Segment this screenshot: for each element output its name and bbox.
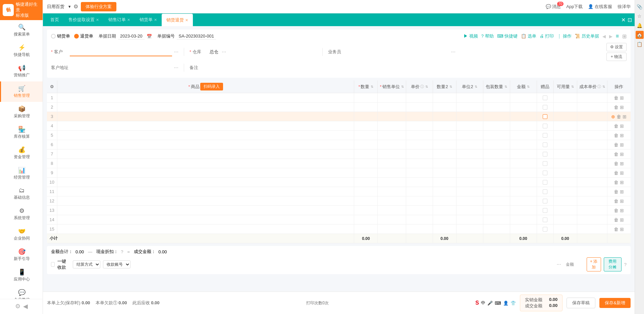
row-cost-5[interactable] [577,131,607,140]
row-amount-10[interactable] [510,178,537,187]
tab-price-settings[interactable]: 售价提取设置✕ [64,13,104,26]
row-gift-3[interactable] [537,112,553,121]
row-amount-1[interactable] [510,93,537,103]
row-product-14[interactable] [57,215,354,225]
row-pkgqty-15[interactable] [483,225,510,234]
row-unit2-13[interactable] [456,206,483,215]
copy-row-btn-8[interactable]: ⊞ [620,161,624,166]
row-price-2[interactable] [406,103,433,112]
copy-row-btn-3[interactable]: ⊞ [623,114,627,119]
row-pkgqty-5[interactable] [483,131,510,140]
row-unit-15[interactable] [378,225,406,234]
row-unit-13[interactable] [378,206,406,215]
row-qty-6[interactable] [354,140,378,149]
gift-checkbox-7[interactable] [543,152,547,156]
sidebar-item-operations[interactable]: 📊经营管理 [0,163,43,184]
delete-row-btn-4[interactable]: 🗑 [614,123,619,129]
row-price-8[interactable] [406,159,433,168]
sidebar-item-sales[interactable]: 🛒销售管理 [0,81,43,102]
row-unit-1[interactable] [378,93,406,103]
row-amount-12[interactable] [510,196,537,206]
sidebar-item-quicknav[interactable]: ⚡快捷导航 [0,41,43,61]
sidebar-item-finance[interactable]: 💰资金管理 [0,143,43,163]
collapse-icon[interactable]: ◀ [23,303,28,310]
save-draft-button[interactable]: 保存草稿 [567,298,595,308]
radio-sales[interactable]: 销货单 [51,33,70,39]
gift-checkbox-11[interactable] [543,189,547,194]
row-product-3[interactable] [57,112,354,121]
delete-row-btn-8[interactable]: 🗑 [614,161,619,166]
copy-row-btn-2[interactable]: ⊞ [620,105,624,110]
row-unit2-3[interactable] [456,112,483,121]
row-avail-12[interactable] [553,196,577,206]
gift-checkbox-10[interactable] [543,180,547,185]
gift-checkbox-14[interactable] [543,217,547,222]
copy-row-btn-1[interactable]: ⊞ [620,95,624,101]
split-cost-button[interactable]: 费用分摊 [604,257,622,271]
copy-row-btn-4[interactable]: ⊞ [620,123,624,129]
settings-button[interactable]: ⚙ 设置 [606,43,627,51]
row-unit2-12[interactable] [456,196,483,206]
gift-checkbox-8[interactable] [543,161,547,166]
row-unit2-11[interactable] [456,187,483,196]
tab-close-price-settings[interactable]: ✕ [96,18,99,22]
delete-row-btn-7[interactable]: 🗑 [614,151,619,157]
row-qty2-3[interactable] [433,112,456,121]
radio-return[interactable]: 退货单 [74,33,93,39]
row-qty-15[interactable] [354,225,378,234]
row-avail-2[interactable] [553,103,577,112]
view-grid-icon[interactable]: ⊞ [622,33,627,40]
gift-checkbox-9[interactable] [543,171,547,175]
settings-icon[interactable]: ⚙ [15,303,20,310]
row-product-8[interactable] [57,159,354,168]
row-cost-9[interactable] [577,168,607,178]
row-price-4[interactable] [406,121,433,131]
row-avail-13[interactable] [553,206,577,215]
row-pkgqty-6[interactable] [483,140,510,149]
row-product-2[interactable] [57,103,354,112]
split-help-icon[interactable]: ? [624,262,627,267]
row-gift-1[interactable] [537,93,553,103]
logistics-button[interactable]: + 物流 [606,53,627,61]
row-avail-15[interactable] [553,225,577,234]
topbar-settings-icon[interactable]: ⚙ [73,3,78,10]
row-gift-2[interactable] [537,103,553,112]
delete-row-btn-3[interactable]: 🗑 [616,114,621,119]
row-unit-9[interactable] [378,168,406,178]
row-price-3[interactable] [406,112,433,121]
row-price-12[interactable] [406,196,433,206]
row-unit2-6[interactable] [456,140,483,149]
product-input-3[interactable] [59,114,352,119]
row-pkgqty-8[interactable] [483,159,510,168]
gift-checkbox-5[interactable] [543,133,547,138]
scan-button[interactable]: 扫码录入 [200,83,223,90]
salesperson-picker[interactable]: ··· [451,49,455,55]
row-price-5[interactable] [406,131,433,140]
row-unit2-10[interactable] [456,178,483,187]
address-picker[interactable]: ··· [174,65,178,71]
row-qty2-10[interactable] [433,178,456,187]
row-cost-14[interactable] [577,215,607,225]
row-amount-11[interactable] [510,187,537,196]
row-unit2-8[interactable] [456,159,483,168]
delete-row-btn-1[interactable]: 🗑 [614,95,619,101]
tool-video[interactable]: ▶ 视频 [464,33,478,39]
row-gift-13[interactable] [537,206,553,215]
row-pkgqty-10[interactable] [483,178,510,187]
row-avail-4[interactable] [553,121,577,131]
row-amount-7[interactable] [510,149,537,159]
row-qty2-9[interactable] [433,168,456,178]
add-payment-button[interactable]: + 添加 [587,257,601,271]
tab-sales-delivery[interactable]: 销货单✕ [135,13,162,26]
right-panel-home-icon[interactable]: 🏠 [636,31,644,39]
row-unit-8[interactable] [378,159,406,168]
right-panel-bell-icon[interactable]: 🔔 [636,21,644,29]
row-qty2-13[interactable] [433,206,456,215]
row-price-9[interactable] [406,168,433,178]
row-qty-9[interactable] [354,168,378,178]
row-pkgqty-1[interactable] [483,93,510,103]
row-avail-5[interactable] [553,131,577,140]
row-gift-6[interactable] [537,140,553,149]
delete-row-btn-13[interactable]: 🗑 [614,208,619,213]
th-settings[interactable]: ⚙ [47,80,57,93]
